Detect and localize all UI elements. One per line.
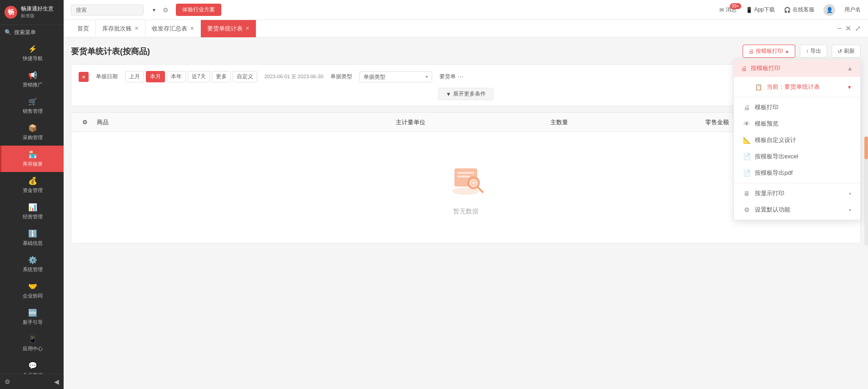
tab-receivable-summary[interactable]: 收发存汇总表 ✕ — [145, 20, 201, 37]
date-btn-this-year[interactable]: 本年 — [167, 71, 186, 82]
sidebar-item-apps[interactable]: 📱 应用中心 — [0, 330, 64, 357]
topbar-dropdown[interactable]: ▾ — [151, 7, 155, 13]
print-button[interactable]: 🖨 按模板打印 ▲ — [743, 45, 795, 58]
quick-nav-icon: ⚡ — [28, 45, 37, 53]
search-icon: 🔍 — [5, 29, 11, 35]
date-btn-this-month[interactable]: 本月 — [146, 71, 165, 82]
date-btn-7days[interactable]: 近7天 — [188, 71, 210, 82]
sidebar-item-label: 销售管理 — [23, 108, 43, 115]
th-gear[interactable]: ⚙ — [77, 119, 91, 126]
tab-batch-close-icon[interactable]: ✕ — [135, 25, 139, 31]
tab-order-close-icon[interactable]: ✕ — [245, 25, 249, 31]
system-icon: ⚙️ — [28, 256, 37, 264]
th-qty: 主数量 — [545, 118, 700, 126]
sidebar-item-system[interactable]: ⚙️ 系统管理 — [0, 251, 64, 278]
current-template-icon: 📋 — [755, 84, 762, 91]
sidebar-bottom: ⚙ ◀ — [0, 374, 64, 389]
sidebar-item-label: 库存核算 — [23, 161, 43, 167]
dropdown-header: 🖨 按模板打印 ▲ — [734, 60, 860, 77]
th-unit: 主计量单位 — [390, 118, 545, 126]
topbar-gear-icon[interactable]: ⚙ — [163, 6, 169, 14]
sidebar-search[interactable]: 🔍 搜索菜单 — [0, 25, 64, 40]
refresh-button[interactable]: ↺ 刷新 — [832, 45, 861, 58]
sidebar-item-operations[interactable]: 📊 经营管理 — [0, 198, 64, 225]
dropdown-item-template-custom[interactable]: 📐 模板自定义设计 — [734, 132, 860, 148]
export-excel-icon: 📄 — [743, 153, 750, 160]
messages-button[interactable]: ✉ 消息 99+ — [719, 6, 737, 14]
operations-icon: 📊 — [28, 203, 37, 212]
filter-expand-icon[interactable]: » — [79, 72, 89, 82]
scrollbar-thumb[interactable] — [864, 136, 868, 159]
message-icon: ✉ — [719, 7, 724, 13]
sidebar-item-enterprise[interactable]: 🤝 企业协同 — [0, 278, 64, 304]
more-options-icon[interactable]: ⋯ — [458, 73, 464, 80]
support-icon: 🎧 — [784, 7, 791, 13]
tab-batch-label: 库存批次账 — [102, 25, 132, 33]
type-select[interactable]: 单据类型 — [359, 71, 432, 82]
app-version: 标准版 — [21, 13, 54, 19]
dropdown-item-export-pdf[interactable]: 📄 按模板导出pdf — [734, 165, 860, 181]
sidebar-item-label: 系统管理 — [23, 266, 43, 273]
sidebar-item-marketing[interactable]: 📢 营销推广 — [0, 66, 64, 93]
sidebar-item-label: 采购管理 — [23, 134, 43, 141]
date-btn-custom[interactable]: 自定义 — [233, 71, 257, 82]
tab-order-stats[interactable]: 要货单统计表 ✕ — [201, 20, 256, 37]
restore-icon[interactable]: ⤢ — [855, 24, 861, 33]
dropdown-item-template-print[interactable]: 🖨 模板打印 — [734, 99, 860, 116]
sidebar-item-finance[interactable]: 💰 资金管理 — [0, 172, 64, 198]
dropdown-display-section: 🖥 按显示打印 ▾ ⚙ 设置默认功能 ▾ — [734, 183, 860, 220]
right-scrollbar[interactable] — [864, 136, 868, 246]
trial-button[interactable]: 体验行业方案 — [176, 4, 221, 16]
chevron-down-icon: ▾ — [153, 7, 155, 13]
dropdown-item-set-default[interactable]: ⚙ 设置默认功能 ▾ — [734, 202, 860, 218]
expand-icon: ▼ — [446, 91, 451, 97]
close-window-icon[interactable]: ✕ — [845, 24, 851, 33]
sidebar-item-guide[interactable]: 🆕 新手引导 — [0, 304, 64, 330]
export-icon: ↑ — [806, 48, 808, 55]
print-arrow-up-icon: ▲ — [785, 49, 789, 54]
dropdown-printer-icon: 🖨 — [741, 65, 747, 72]
display-print-label: 按显示打印 — [755, 189, 844, 197]
app-download-button[interactable]: 📱 App下载 — [746, 6, 775, 14]
sidebar-item-basics[interactable]: ℹ️ 基础信息 — [0, 225, 64, 251]
set-default-arrow-icon: ▾ — [849, 207, 851, 212]
dropdown-close-icon[interactable]: ▲ — [847, 65, 853, 72]
avatar-icon: 👤 — [826, 7, 833, 13]
minimize-icon[interactable]: – — [838, 24, 842, 33]
no-data-icon — [445, 159, 486, 200]
settings-icon[interactable]: ⚙ — [5, 378, 10, 385]
tab-batch-account[interactable]: 库存批次账 ✕ — [96, 20, 145, 37]
template-preview-label: 模板预览 — [755, 120, 851, 128]
export-excel-label: 按模板导出excel — [755, 152, 851, 161]
online-support-button[interactable]: 🎧 在线客服 — [784, 6, 814, 14]
sidebar-logo: 畅 畅康通好生意 标准版 — [0, 0, 64, 25]
sidebar-item-purchase[interactable]: 📦 采购管理 — [0, 119, 64, 146]
export-button[interactable]: ↑ 导出 — [800, 45, 827, 58]
dropdown-current-template[interactable]: 📋 当前：要货单统计表 ▾ — [734, 79, 860, 95]
tab-receivable-close-icon[interactable]: ✕ — [190, 25, 194, 31]
sidebar-item-inventory[interactable]: 🏪 库存核算 — [0, 146, 64, 172]
expand-label: 展开更多条件 — [453, 90, 486, 98]
sidebar-item-label: 资金管理 — [23, 187, 43, 194]
collapse-icon[interactable]: ◀ — [54, 378, 59, 385]
sales-icon: 🛒 — [28, 97, 37, 106]
dropdown-item-export-excel[interactable]: 📄 按模板导出excel — [734, 148, 860, 165]
dropdown-item-template-preview[interactable]: 👁 模板预览 — [734, 116, 860, 132]
finance-icon: 💰 — [28, 177, 37, 185]
svg-rect-2 — [457, 172, 474, 174]
user-avatar[interactable]: 👤 — [823, 4, 835, 16]
sidebar-item-label: 经营管理 — [23, 213, 43, 220]
refresh-icon: ↺ — [838, 48, 842, 55]
sidebar-item-wecom[interactable]: 💬 企业微信 — [0, 357, 64, 374]
dropdown-title-text: 按模板打印 — [751, 64, 780, 72]
tab-home[interactable]: 首页 — [71, 20, 96, 37]
date-btn-last-month[interactable]: 上月 — [125, 71, 144, 82]
tab-home-label: 首页 — [77, 25, 89, 33]
app-download-label: App下载 — [754, 6, 775, 14]
dropdown-item-display-print[interactable]: 🖥 按显示打印 ▾ — [734, 185, 860, 202]
date-btn-more[interactable]: 更多 — [212, 71, 231, 82]
sidebar-item-quick-nav[interactable]: ⚡ 快捷导航 — [0, 40, 64, 66]
topbar-search-input[interactable] — [71, 5, 144, 15]
expand-conditions-button[interactable]: ▼ 展开更多条件 — [438, 88, 494, 100]
sidebar-item-sales[interactable]: 🛒 销售管理 — [0, 93, 64, 119]
